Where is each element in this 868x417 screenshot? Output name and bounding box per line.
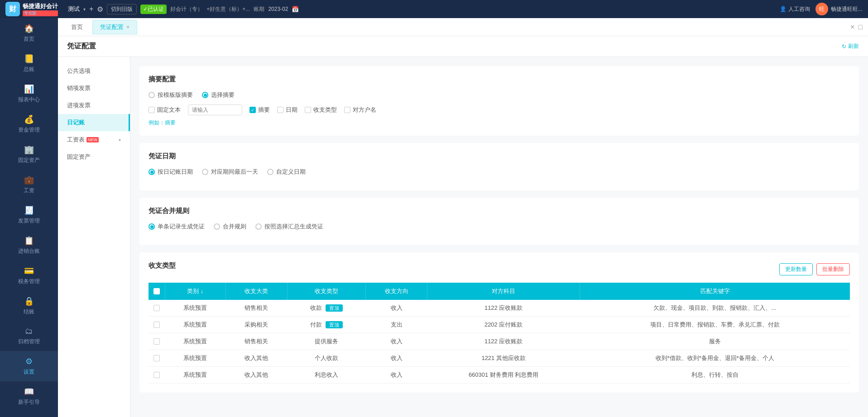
maximize-icon[interactable]: □ (858, 23, 863, 31)
calendar-icon[interactable]: 📅 (292, 6, 299, 13)
left-nav-purchase-invoice[interactable]: 进项发票 (58, 97, 130, 114)
tab-close-icon[interactable]: × (126, 24, 129, 30)
voucher-date-title: 凭证日期 (149, 152, 850, 161)
config-main: 摘要配置 按模板版摘要 选择摘要 (130, 57, 868, 417)
guide-icon: 📖 (24, 387, 34, 397)
old-version-button[interactable]: 切到旧版 (107, 4, 137, 14)
app-logo: 财 畅捷通好会计 专业版 (5, 2, 63, 16)
checkbox-payment-type[interactable]: 收支类型 (305, 106, 337, 114)
invoice-icon: 🧾 (24, 205, 34, 215)
tab-actions: × □ (850, 23, 863, 31)
update-count-button[interactable]: 更新数量 (779, 263, 813, 275)
left-nav-public[interactable]: 公共选项 (58, 62, 130, 80)
tab-home[interactable]: 首页 (63, 20, 91, 34)
sidebar-item-guide[interactable]: 📖 新手引导 (0, 381, 58, 412)
radio-single-record[interactable]: 单条记录生成凭证 (149, 223, 205, 231)
row-checkbox-3[interactable] (149, 350, 165, 367)
row-direction-2: 收入 (366, 333, 427, 350)
radio-circle-select (202, 92, 208, 98)
sidebar-item-funds[interactable]: 💰 资金管理 (0, 109, 58, 139)
row-account-2: 1122 应收账款 (427, 333, 580, 350)
sidebar-item-tax[interactable]: 💳 税务管理 (0, 261, 58, 291)
consult-button[interactable]: 👤 人工咨询 (780, 5, 810, 13)
config-layout: 公共选项 销项发票 进项发票 日记账 工资表 NEW ▾ 固定资产 (58, 57, 868, 417)
sidebar-item-invoice[interactable]: 🧾 发票管理 (0, 200, 58, 230)
row-payment-type-4: 利息收入 (288, 367, 366, 384)
minimize-icon[interactable]: × (850, 23, 854, 31)
sidebar-item-archive[interactable]: 🗂 归档管理 (0, 321, 58, 351)
th-major-type: 收支大类 (225, 283, 287, 300)
sidebar-item-closing[interactable]: 🔒 结账 (0, 291, 58, 321)
tab-bar: 首页 凭证配置 × × □ (58, 18, 868, 36)
table-row: 系统预置 销售相关 收款 置顶 收入 1122 应收账款 欠款、现金、项目款、到… (149, 300, 850, 317)
tax-icon: 💳 (24, 266, 34, 276)
checkbox-fixed-text[interactable]: 固定文本 (149, 106, 181, 114)
batch-delete-button[interactable]: 批量删除 (816, 263, 850, 275)
checkbox-summary[interactable]: ✓ 摘要 (249, 106, 270, 114)
new-badge: NEW (86, 137, 99, 142)
th-direction: 收支方向 (366, 283, 427, 300)
user-menu[interactable]: 旺 畅捷通旺旺... (815, 3, 863, 15)
left-nav-journal[interactable]: 日记账 (58, 114, 130, 131)
logo-icon: 财 (5, 2, 20, 16)
radio-journal-date[interactable]: 按日记账日期 (149, 168, 193, 176)
radio-select-summary[interactable]: 选择摘要 (202, 91, 235, 99)
sidebar-item-ledger[interactable]: 📒 总账 (0, 48, 58, 79)
test-dropdown-icon[interactable]: ▾ (83, 7, 86, 12)
radio-custom-date[interactable]: 自定义日期 (267, 168, 306, 176)
voucher-date-radio-group: 按日记账日期 对应期间最后一天 自定义日期 (149, 168, 850, 176)
th-account: 对方科目 (427, 283, 580, 300)
radio-summary-gen[interactable]: 按照选择汇总生成凭证 (255, 223, 323, 231)
refresh-button[interactable]: ↻ 刷新 (842, 43, 859, 50)
row-major-type-2: 销售相关 (225, 333, 287, 350)
row-checkbox-4[interactable] (149, 367, 165, 384)
sidebar-item-home[interactable]: 🏠 首页 (0, 18, 58, 48)
left-nav-payroll[interactable]: 工资表 NEW ▾ (58, 131, 130, 148)
refresh-icon: ↻ (842, 43, 846, 50)
merge-rules-radio-group: 单条记录生成凭证 合并规则 按照选择汇总生成凭证 (149, 223, 850, 231)
row-keywords-2: 服务 (580, 333, 850, 350)
th-category: 类别 ↓ (165, 283, 225, 300)
radio-circle-journal-date (149, 169, 155, 175)
radio-merge-rules[interactable]: 合并规则 (214, 223, 246, 231)
row-checkbox-0[interactable] (149, 300, 165, 317)
row-account-1: 2202 应付账款 (427, 317, 580, 333)
row-payment-type-2: 提供服务 (288, 333, 366, 350)
row-major-type-3: 收入其他 (225, 350, 287, 367)
radio-period-last[interactable]: 对应期间最后一天 (202, 168, 258, 176)
add-button[interactable]: + (89, 5, 93, 13)
th-payment-type: 收支类型 (288, 283, 366, 300)
sidebar-label-home: 首页 (24, 35, 34, 43)
reports-icon: 📊 (24, 84, 34, 94)
sidebar-item-purchase-sales[interactable]: 📋 进销台账 (0, 230, 58, 261)
fixed-text-input[interactable] (188, 104, 242, 115)
sidebar-item-member[interactable]: 👑 畅会员 (0, 412, 58, 417)
checkbox-box-date (277, 107, 283, 113)
left-nav-sales-invoice[interactable]: 销项发票 (58, 80, 130, 97)
sidebar-item-settings[interactable]: ⚙ 设置 (0, 351, 58, 381)
tab-voucher-config[interactable]: 凭证配置 × (92, 20, 137, 34)
row-account-3: 1221 其他应收款 (427, 350, 580, 367)
row-account-4: 660301 财务费用 利息费用 (427, 367, 580, 384)
row-checkbox-2[interactable] (149, 333, 165, 350)
row-major-type-1: 采购相关 (225, 317, 287, 333)
gear-icon[interactable]: ⚙ (97, 5, 103, 14)
radio-template-summary[interactable]: 按模板版摘要 (149, 91, 193, 99)
period-label: 账期 (254, 5, 264, 13)
row-checkbox-1[interactable] (149, 317, 165, 333)
page-title: 凭证配置 (67, 42, 96, 51)
sidebar-label-guide: 新手引导 (18, 398, 40, 406)
summary-config-title: 摘要配置 (149, 75, 850, 84)
radio-circle-summary-gen (255, 223, 262, 230)
sidebar-item-fixed-assets[interactable]: 🏢 固定资产 (0, 139, 58, 170)
row-major-type-0: 销售相关 (225, 300, 287, 317)
checkbox-counterparty[interactable]: 对方户名 (344, 106, 376, 114)
left-nav-fixed-assets[interactable]: 固定资产 (58, 148, 130, 166)
payment-types-title: 收支类型 (149, 261, 176, 270)
main-layout: 🏠 首页 📒 总账 📊 报表中心 💰 资金管理 🏢 固定资产 💼 工资 🧾 发票… (0, 18, 868, 417)
sidebar-item-salary[interactable]: 💼 工资 (0, 170, 58, 200)
checkbox-date[interactable]: 日期 (277, 106, 297, 114)
th-checkbox[interactable]: ✓ (149, 283, 165, 300)
sidebar-item-reports[interactable]: 📊 报表中心 (0, 79, 58, 109)
row-payment-type-3: 个人收款 (288, 350, 366, 367)
